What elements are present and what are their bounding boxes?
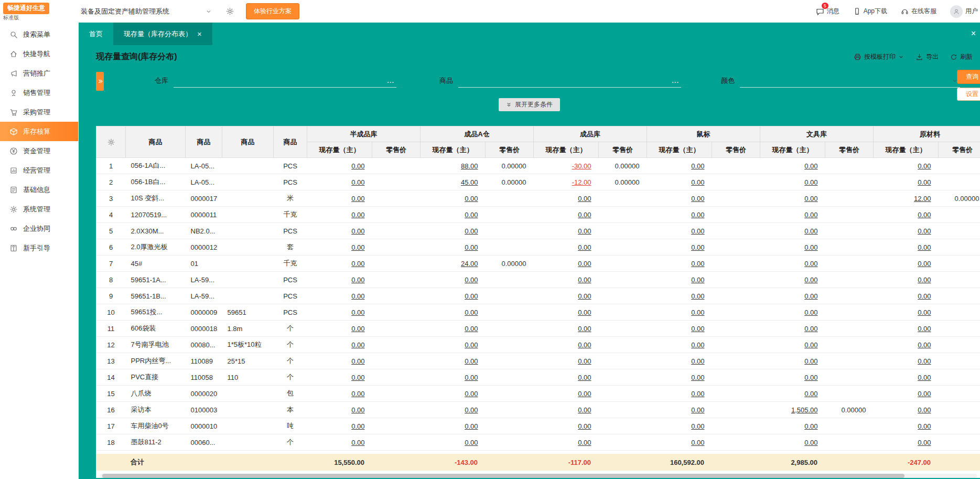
- qty-link[interactable]: 0.00: [804, 374, 817, 381]
- qty-link[interactable]: 0.00: [351, 374, 364, 381]
- qty-cell[interactable]: 0.00: [874, 207, 939, 223]
- product-picker-icon[interactable]: ...: [672, 77, 679, 84]
- qty-cell[interactable]: 0.00: [647, 272, 712, 288]
- qty-link[interactable]: 0.00: [351, 292, 364, 300]
- qty-cell[interactable]: 0.00: [534, 223, 599, 239]
- table-row[interactable]: 52.0X30M...NB2.0...PCS0.000.000.000.000.…: [96, 223, 980, 239]
- horizontal-scrollbar-track[interactable]: [100, 474, 977, 478]
- qty-link[interactable]: 0.00: [578, 357, 591, 365]
- qty-cell[interactable]: 24.00: [421, 256, 486, 272]
- qty-link[interactable]: 0.00: [351, 357, 364, 365]
- table-row[interactable]: 1056-1A白...LA-05...PCS0.0088.000.00000-3…: [96, 158, 980, 174]
- table-row[interactable]: 310S 变斜...0000017米0.000.000.000.000.0012…: [96, 190, 980, 207]
- qty-cell[interactable]: 0.00: [534, 402, 599, 418]
- column-header-qty[interactable]: 现存量（主）: [760, 142, 825, 158]
- qty-cell[interactable]: 0.00: [760, 434, 825, 451]
- column-header-qty[interactable]: 现存量（主）: [307, 142, 372, 158]
- online-service-button[interactable]: 在线客服: [901, 7, 936, 16]
- system-select[interactable]: 装备及固定资产辅助管理系统: [81, 7, 212, 16]
- qty-link[interactable]: 0.00: [578, 195, 591, 203]
- column-header-price[interactable]: 零售价: [712, 142, 760, 158]
- sidebar-item-operations[interactable]: 经营管理: [0, 161, 78, 180]
- qty-cell[interactable]: 1,505.00: [760, 402, 825, 418]
- qty-cell[interactable]: 0.00: [307, 434, 372, 451]
- qty-link[interactable]: 0.00: [918, 162, 931, 170]
- qty-link[interactable]: 0.00: [578, 211, 591, 219]
- qty-link[interactable]: 0.00: [578, 243, 591, 251]
- qty-link[interactable]: 0.00: [691, 439, 704, 446]
- column-header-item[interactable]: 商品: [222, 126, 274, 158]
- qty-cell[interactable]: 0.00: [647, 158, 712, 174]
- qty-cell[interactable]: 0.00: [534, 353, 599, 369]
- qty-link[interactable]: 0.00: [691, 341, 704, 349]
- qty-cell[interactable]: 0.00: [760, 174, 825, 190]
- qty-cell[interactable]: 0.00: [647, 418, 712, 434]
- table-row[interactable]: 14PVC直接110058110个0.000.000.000.000.000.0…: [96, 369, 980, 386]
- sidebar-item-capital[interactable]: 资金管理: [0, 141, 78, 161]
- qty-cell[interactable]: 0.00: [421, 321, 486, 337]
- qty-link[interactable]: 24.00: [461, 260, 478, 268]
- qty-link[interactable]: 0.00: [465, 308, 478, 316]
- qty-cell[interactable]: 0.00: [647, 304, 712, 321]
- qty-link[interactable]: 0.00: [465, 439, 478, 446]
- qty-link[interactable]: 0.00: [578, 325, 591, 333]
- qty-cell[interactable]: 0.00: [307, 288, 372, 304]
- qty-cell[interactable]: 0.00: [534, 321, 599, 337]
- qty-cell[interactable]: 0.00: [421, 239, 486, 256]
- qty-cell[interactable]: 0.00: [307, 337, 372, 353]
- qty-link[interactable]: 0.00: [804, 243, 817, 251]
- column-header-qty[interactable]: 现存量（主）: [647, 142, 712, 158]
- qty-cell[interactable]: 0.00: [534, 304, 599, 321]
- qty-link[interactable]: 0.00: [804, 390, 817, 398]
- qty-cell[interactable]: 0.00: [647, 369, 712, 386]
- qty-cell[interactable]: 0.00: [760, 418, 825, 434]
- qty-link[interactable]: 0.00: [691, 308, 704, 316]
- qty-link[interactable]: 0.00: [918, 357, 931, 365]
- qty-cell[interactable]: 0.00: [874, 386, 939, 402]
- table-row[interactable]: 16采访本0100003本0.000.000.000.001,505.000.0…: [96, 402, 980, 418]
- column-header-price[interactable]: 零售价: [825, 142, 874, 158]
- column-header-item[interactable]: 商品: [186, 126, 222, 158]
- qty-cell[interactable]: 0.00: [421, 369, 486, 386]
- qty-cell[interactable]: 0.00: [307, 158, 372, 174]
- qty-link[interactable]: 0.00: [691, 195, 704, 203]
- qty-link[interactable]: 0.00: [804, 357, 817, 365]
- column-header-qty[interactable]: 现存量（主）: [534, 142, 599, 158]
- column-header-qty[interactable]: 现存量（主）: [421, 142, 486, 158]
- qty-cell[interactable]: 0.00: [534, 369, 599, 386]
- table-row[interactable]: 859651-1A...LA-59...PCS0.000.000.000.000…: [96, 272, 980, 288]
- qty-link[interactable]: 0.00: [351, 211, 364, 219]
- qty-cell[interactable]: 88.00: [421, 158, 486, 174]
- qty-cell[interactable]: 0.00: [647, 321, 712, 337]
- qty-cell[interactable]: 0.00: [307, 369, 372, 386]
- qty-link[interactable]: 0.00: [351, 406, 364, 414]
- user-menu[interactable]: 用户: [950, 5, 978, 18]
- table-row[interactable]: 959651-1B...LA-59...PCS0.000.000.000.000…: [96, 288, 980, 304]
- qty-cell[interactable]: 0.00: [760, 321, 825, 337]
- qty-link[interactable]: 0.00: [465, 341, 478, 349]
- qty-link[interactable]: 0.00: [351, 422, 364, 430]
- sidebar-item-inventory[interactable]: 库存核算: [0, 122, 78, 141]
- qty-cell[interactable]: 0.00: [647, 353, 712, 369]
- qty-cell[interactable]: 0.00: [421, 434, 486, 451]
- qty-cell[interactable]: 0.00: [307, 386, 372, 402]
- messages-button[interactable]: 消息 5: [816, 7, 839, 16]
- qty-cell[interactable]: 0.00: [647, 190, 712, 207]
- qty-link[interactable]: 0.00: [351, 308, 364, 316]
- qty-link[interactable]: 0.00: [918, 439, 931, 446]
- qty-cell[interactable]: 0.00: [421, 304, 486, 321]
- qty-cell[interactable]: 0.00: [534, 288, 599, 304]
- qty-cell[interactable]: 0.00: [307, 207, 372, 223]
- app-download-button[interactable]: App下载: [853, 7, 887, 16]
- column-header-price[interactable]: 零售价: [939, 142, 980, 158]
- qty-link[interactable]: 0.00: [804, 292, 817, 300]
- sidebar-item-search[interactable]: 搜索菜单: [0, 25, 78, 44]
- qty-cell[interactable]: 0.00: [307, 402, 372, 418]
- qty-cell[interactable]: 0.00: [307, 174, 372, 190]
- qty-cell[interactable]: 0.00: [760, 337, 825, 353]
- qty-link[interactable]: 88.00: [461, 162, 478, 170]
- qty-cell[interactable]: 0.00: [307, 223, 372, 239]
- qty-link[interactable]: -12.00: [572, 178, 591, 186]
- qty-link[interactable]: 0.00: [918, 292, 931, 300]
- qty-link[interactable]: 0.00: [918, 260, 931, 268]
